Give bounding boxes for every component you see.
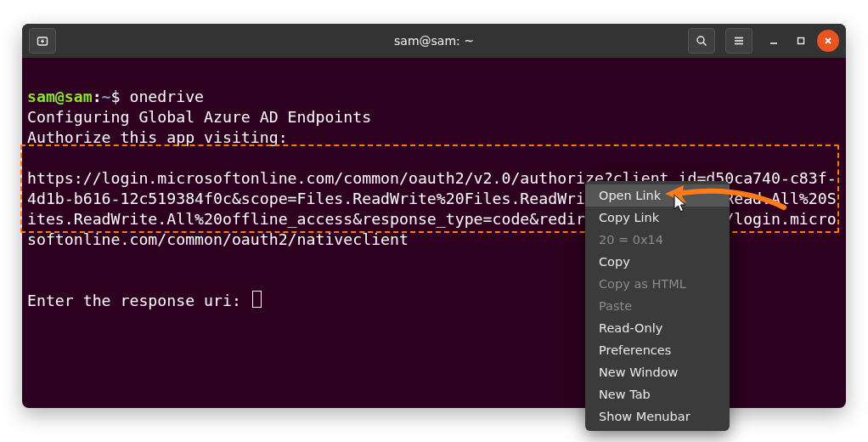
ctx-copy-html: Copy as HTML bbox=[585, 273, 730, 295]
prompt-colon: : bbox=[93, 88, 102, 105]
command-text: onedrive bbox=[129, 88, 204, 105]
ctx-new-window[interactable]: New Window bbox=[585, 361, 730, 383]
titlebar: sam@sam: ~ bbox=[22, 24, 846, 58]
close-button[interactable] bbox=[817, 30, 839, 52]
svg-line-4 bbox=[703, 42, 707, 46]
ctx-show-menubar[interactable]: Show Menubar bbox=[585, 405, 730, 428]
ctx-copy-link[interactable]: Copy Link bbox=[585, 207, 730, 229]
svg-point-3 bbox=[697, 37, 704, 43]
response-prompt: Enter the response uri: bbox=[27, 292, 251, 309]
minimize-button[interactable] bbox=[763, 30, 785, 52]
prompt-dollar: $ bbox=[111, 88, 130, 105]
ctx-read-only[interactable]: Read-Only bbox=[585, 317, 730, 339]
ctx-open-link[interactable]: Open Link bbox=[585, 184, 730, 207]
text-cursor bbox=[252, 291, 262, 308]
ctx-paste: Paste bbox=[585, 295, 730, 317]
prompt-path: ~ bbox=[102, 88, 111, 105]
maximize-button[interactable] bbox=[790, 30, 812, 52]
context-menu: Open Link Copy Link 20 = 0x14 Copy Copy … bbox=[585, 181, 730, 431]
new-tab-button[interactable] bbox=[29, 28, 56, 54]
ctx-hex-info: 20 = 0x14 bbox=[585, 229, 730, 251]
search-button[interactable] bbox=[688, 28, 715, 54]
prompt-user: sam@sam bbox=[27, 88, 93, 105]
svg-rect-9 bbox=[798, 38, 804, 44]
ctx-copy[interactable]: Copy bbox=[585, 251, 730, 273]
output-line-1: Configuring Global Azure AD Endpoints bbox=[27, 108, 371, 126]
output-line-2: Authorize this app visiting: bbox=[27, 128, 288, 146]
ctx-preferences[interactable]: Preferences bbox=[585, 339, 730, 361]
hamburger-menu-button[interactable] bbox=[725, 28, 752, 54]
ctx-new-tab[interactable]: New Tab bbox=[585, 383, 730, 405]
